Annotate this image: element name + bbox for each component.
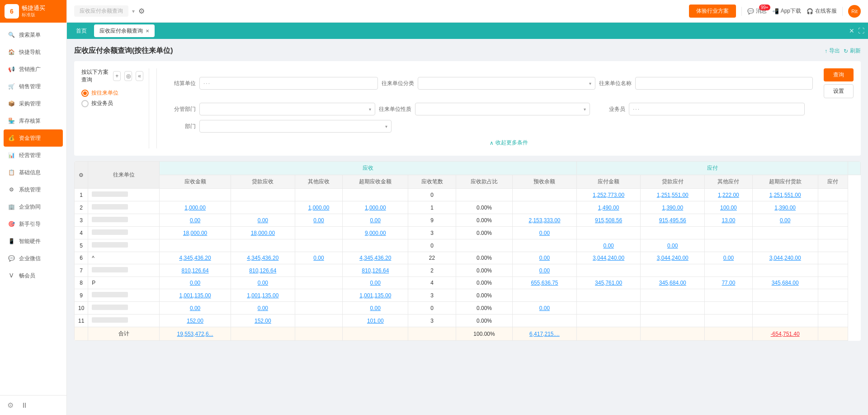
scheme-radio-unit [81,90,89,97]
operation-icon: 📊 [7,151,15,159]
filter-input-ywy[interactable]: ··· [629,103,805,115]
enterprise-icon: 🏢 [7,203,15,211]
tab-close-icon[interactable]: ✕ [146,29,149,33]
msg-btn[interactable]: 💬 消息 99+ [747,7,767,15]
ap-loan-header: 贷款应付 [641,175,705,189]
sidebar-item-marketing[interactable]: 📢 营销推广 [0,61,66,78]
table-row: 100.000.000.0000.00%0.00 [75,302,861,315]
footer-ap-overdue[interactable]: -654,751.40 [752,327,818,341]
filter-input-bm[interactable]: ▾ [199,120,392,133]
footer-ar-advance[interactable]: 6,417,215.... [513,327,577,341]
filter-input-lwdwfl[interactable]: ▾ [418,77,595,90]
sidebar-item-hardware[interactable]: 📱 智能硬件 [0,233,66,250]
app-icon: 📲 [772,8,779,14]
msg-badge: 99+ [759,5,770,10]
user-avatar[interactable]: Rit [848,5,861,18]
ap-amount-header: 应付金额 [576,175,641,189]
export-btn[interactable]: ↑ 导出 [825,47,840,55]
filter-input-jsdw[interactable]: ··· [199,77,378,90]
footer-collapse-icon[interactable]: ⏸ [21,401,28,410]
filter-field-fgbm: 分管部门 ▾ [164,103,375,115]
breadcrumb-area: 应收应付余额查询 ▾ ⚙ [74,5,684,17]
collapse-btn[interactable]: ∧ 收起更多条件 [164,137,854,148]
sidebar: 6 畅捷通买 标准版 🔍 搜索菜单 🏠 快捷导航 📢 营销推广 🛒 销售管理 📦… [0,0,67,415]
tab-fullscreen[interactable]: ⛶ [858,27,864,34]
filter-row-3: 部门 ▾ [164,120,854,133]
sidebar-item-member[interactable]: Ⅴ 畅会员 [0,267,66,284]
tab-close-all[interactable]: ✕ [849,27,854,34]
unit-cell [88,264,160,277]
query-btn[interactable]: 查询 [824,68,854,81]
set-btn[interactable]: 设置 [824,84,854,98]
ap-col-header: 应付 [818,175,848,189]
sidebar-item-label: 销售管理 [19,83,41,91]
ar-other-header: 其他应收 [295,175,343,189]
sidebar-item-finance[interactable]: 💰 资金管理 [4,129,63,147]
inventory-icon: 🏪 [7,117,15,125]
sidebar-item-nav[interactable]: 🏠 快捷导航 [0,43,66,61]
unit-cell [88,201,160,214]
field-label-lwdwxz: 往来单位性质 [379,105,411,113]
filter-field-lwdwmc: 往来单位名称 [599,77,813,90]
filter-panel: 按以下方案查询 + ◎ « 按往来单位 按业务员 [74,61,861,156]
breadcrumb: 应收应付余额查询 [74,5,128,17]
sidebar-item-basic[interactable]: 📋 基础信息 [0,164,66,181]
sidebar-item-enterprise[interactable]: 🏢 企业协同 [0,198,66,215]
scheme-item-unit[interactable]: 按往来单位 [81,89,143,97]
table-row: 8P0.000.000.0040.00%655,636.75345,761.00… [75,277,861,289]
collapse-scheme-btn[interactable]: « [136,71,143,81]
sidebar-item-label: 库存核算 [19,117,41,125]
filter-input-fgbm[interactable]: ▾ [199,103,375,115]
footer-label: 合计 [88,327,160,341]
ar-group-header: 应收 [160,162,577,175]
table-row: 11152.00152.00101.0030.00% [75,315,861,327]
field-label-lwdwmc: 往来单位名称 [599,80,632,87]
footer-settings-icon[interactable]: ⚙ [7,401,14,410]
sidebar-item-label: 新手引导 [19,220,41,228]
tab-query[interactable]: 应收应付余额查询 ✕ [94,24,155,37]
online-service-btn[interactable]: 🎧 在线客服 [807,7,837,15]
query-scheme-sidebar: 按以下方案查询 + ◎ « 按往来单位 按业务员 [81,68,149,148]
add-scheme-btn[interactable]: + [113,71,121,81]
sidebar-item-purchase[interactable]: 📦 采购管理 [0,95,66,112]
filter-label-row: 按以下方案查询 + ◎ « [81,68,143,84]
tab-bar: 首页 应收应付余额查询 ✕ ✕ ⛶ [67,23,868,39]
msg-icon: 💬 [747,8,754,14]
sidebar-item-guide[interactable]: 🎯 新手引导 [0,215,66,233]
sidebar-item-wechat[interactable]: 💬 企业微信 [0,250,66,267]
sidebar-item-system[interactable]: ⚙ 系统管理 [0,181,66,198]
header-gear[interactable]: ⚙ [138,7,145,15]
sidebar-item-inventory[interactable]: 🏪 库存核算 [0,112,66,129]
app-download-btn[interactable]: 📲 App下载 [772,7,801,15]
footer-ar-amount[interactable]: 19,553,472,6... [160,327,231,341]
filter-input-lwdwmc[interactable] [635,77,813,90]
unit-cell [88,227,160,239]
chevron-down-icon3: ▾ [584,107,586,112]
scheme-item-staff[interactable]: 按业务员 [81,100,143,107]
sidebar-item-search[interactable]: 🔍 搜索菜单 [0,26,66,43]
breadcrumb-arrow: ▾ [132,8,135,14]
divider1 [741,7,742,16]
sidebar-item-operation[interactable]: 📊 经营管理 [0,147,66,164]
basic-icon: 📋 [7,168,15,176]
unit-cell: ^ [88,252,160,264]
target-scheme-btn[interactable]: ◎ [124,71,132,81]
unit-cell [88,239,160,252]
field-label-jsdw: 结算单位 [164,80,196,87]
settings-col-header[interactable]: ⚙ [75,162,88,189]
page-title: 应收应付余额查询(按往来单位) [74,46,173,56]
table-row: 21,000.001,000.001,000.0010.00%1,490.001… [75,201,861,214]
table-row: 91,001,135.001,001,135.001,001,135.0030.… [75,289,861,302]
member-icon: Ⅴ [7,272,15,280]
solution-btn[interactable]: 体验行业方案 [689,5,736,18]
filter-row-1: 结算单位 ··· 往来单位分类 ▾ 往来单位名称 [164,68,854,98]
app-version: 标准版 [22,12,45,18]
unit-cell [88,214,160,227]
unit-cell [88,315,160,327]
sidebar-item-sales[interactable]: 🛒 销售管理 [0,78,66,95]
tab-home[interactable]: 首页 [71,24,92,37]
ar-count-header: 应收笔数 [408,175,456,189]
sidebar-item-label: 搜索菜单 [19,31,41,39]
filter-input-lwdwxz[interactable]: ▾ [415,103,590,115]
refresh-btn[interactable]: ↻ 刷新 [844,47,861,55]
